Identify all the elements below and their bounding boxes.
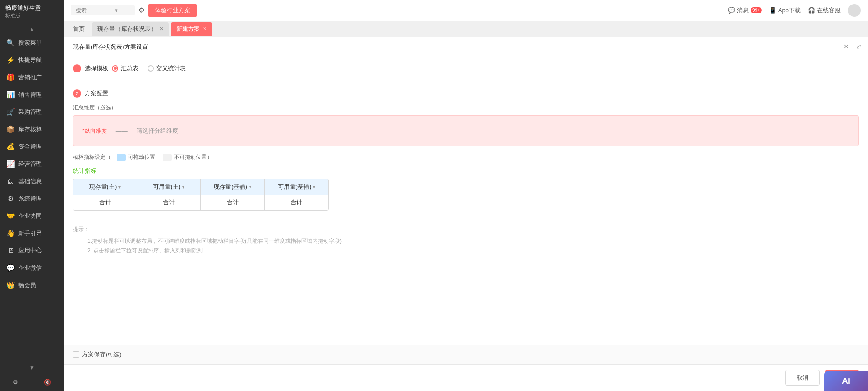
sidebar-label-10: 企业协同 [18,212,42,220]
tip-label: 提示： [73,225,859,235]
sidebar-label-9: 系统管理 [18,195,42,203]
sidebar-label-13: 企业微信 [18,264,42,272]
search-input[interactable] [76,7,112,14]
sidebar-icon-14: 👑 [6,281,15,289]
sidebar-label-1: 快捷导航 [18,56,42,64]
user-avatar[interactable] [848,4,861,17]
stats-body-col-1: 合计 [137,195,201,210]
message-button[interactable]: 💬 消息 99+ [728,6,762,15]
sidebar-item-8[interactable]: 🗂 基础信息 [0,173,64,190]
tab-new-plan-close[interactable]: ✕ [203,26,207,32]
online-service-button[interactable]: 🎧 在线客服 [808,6,841,15]
sidebar-item-0[interactable]: 🔍 搜索菜单 [0,34,64,51]
sidebar-scroll-down[interactable]: ▼ [0,363,64,373]
dimension-box[interactable]: *纵向维度 —— 请选择分组维度 [73,115,859,146]
tab-inventory-close[interactable]: ✕ [159,26,163,32]
sidebar-icon-9: ⚙ [6,195,15,203]
indicator-legend: 可拖动位置 不可拖动位置） [117,154,212,161]
sidebar-icon-12: 🖥 [6,247,15,255]
section2-number: 2 [73,89,81,98]
sidebar-item-6[interactable]: 💰 资金管理 [0,138,64,155]
sidebar-item-10[interactable]: 🤝 企业协同 [0,207,64,225]
indicator-label-text: 模板指标设定（ [73,154,111,161]
sidebar-item-2[interactable]: 🎁 营销推广 [0,69,64,86]
tab-inventory[interactable]: 现存量（库存状况表） ✕ [92,22,169,36]
dimension-placeholder: 请选择分组维度 [137,127,178,135]
section2-title: 方案配置 [85,89,108,98]
dimension-divider: —— [116,128,128,134]
col-label-3: 可用量(基辅) [278,183,311,191]
sidebar-icon-7: 📈 [6,160,15,168]
sidebar-item-9[interactable]: ⚙ 系统管理 [0,190,64,207]
sidebar-scroll-up[interactable]: ▲ [0,24,64,34]
col-label-1: 可用量(主) [153,183,181,191]
sidebar-label-4: 采购管理 [18,108,42,116]
ai-float-button[interactable]: Ai [824,371,868,391]
message-icon: 💬 [728,7,735,14]
sidebar-icon-1: ⚡ [6,56,15,64]
stats-table: 现存量(主) ▾ 可用量(主) ▾ 现存量(基辅) ▾ 可用量(基辅) ▾ 合计… [73,179,329,211]
sidebar-label-0: 搜索菜单 [18,39,42,47]
stats-header-col-0[interactable]: 现存量(主) ▾ [73,179,137,195]
col-dropdown-icon-1[interactable]: ▾ [182,185,184,190]
stats-header-col-2[interactable]: 现存量(基辅) ▾ [201,179,265,195]
radio-cross-circle [148,65,154,72]
save-checkbox[interactable] [73,351,79,358]
col-dropdown-icon-2[interactable]: ▾ [249,185,251,190]
radio-cross[interactable]: 交叉统计表 [148,64,186,72]
sidebar-label-14: 畅会员 [18,281,36,289]
section1-number: 1 [73,64,81,72]
tab-home[interactable]: 首页 [67,22,90,36]
cancel-button[interactable]: 取消 [785,370,820,386]
sidebar-label-2: 营销推广 [18,73,42,82]
draggable-label: 可拖动位置 [128,154,155,161]
expand-panel-button[interactable]: ⤢ [853,41,864,52]
stats-header-col-3[interactable]: 可用量(基辅) ▾ [265,179,328,195]
sidebar-label-5: 库存核算 [18,125,42,134]
indicator-settings: 模板指标设定（ 可拖动位置 不可拖动位置） [73,154,859,212]
sidebar-item-14[interactable]: 👑 畅会员 [0,277,64,294]
tabbar: 首页 现存量（库存状况表） ✕ 新建方案 ✕ [64,21,868,37]
non-draggable-label: 不可拖动位置） [174,154,212,161]
col-dropdown-icon-3[interactable]: ▾ [313,185,315,190]
sidebar-item-4[interactable]: 🛒 采购管理 [0,103,64,121]
sidebar-icon-2: 🎁 [6,73,15,82]
gear-icon[interactable]: ⚙ [138,6,145,15]
radio-summary[interactable]: 汇总表 [112,64,138,72]
app-download-button[interactable]: 📱 App下载 [769,6,801,15]
tips-section: 提示： 1.拖动标题栏可以调整布局，不可跨维度或指标区域拖动栏目字段(只能在同一… [73,219,859,262]
settings-button[interactable]: ⚙ [9,377,22,387]
save-option[interactable]: 方案保存(可选) [73,350,859,359]
topbar-left: ▾ ⚙ 体验行业方案 [71,4,723,17]
stats-header-col-1[interactable]: 可用量(主) ▾ [137,179,201,195]
mute-button[interactable]: 🔇 [40,377,55,387]
ai-label: Ai [842,376,850,386]
trial-button[interactable]: 体验行业方案 [148,4,197,17]
sidebar-icon-0: 🔍 [6,39,15,47]
download-icon: 📱 [769,7,776,14]
close-panel-button[interactable]: ✕ [841,41,852,52]
sidebar-item-3[interactable]: 📊 销售管理 [0,86,64,103]
stats-table-body: 合计合计合计合计 [73,195,328,210]
tab-new-plan[interactable]: 新建方案 ✕ [171,22,212,36]
panel-controls: ✕ ⤢ [841,41,864,52]
search-dropdown-icon[interactable]: ▾ [115,7,118,14]
tip-1: 1.拖动标题栏可以调整布局，不可跨维度或指标区域拖动栏目字段(只能在同一维度或指… [73,237,859,247]
radio-summary-label: 汇总表 [121,64,138,72]
sidebar-item-11[interactable]: 👋 新手引导 [0,225,64,242]
sidebar-icon-5: 📦 [6,125,15,134]
sidebar-item-12[interactable]: 🖥 应用中心 [0,242,64,259]
draggable-legend-box [117,154,126,161]
save-label: 方案保存(可选) [82,350,122,359]
stats-body-col-3: 合计 [265,195,328,210]
col-dropdown-icon-0[interactable]: ▾ [118,185,121,190]
sidebar-item-13[interactable]: 💬 企业微信 [0,259,64,277]
sidebar-item-7[interactable]: 📈 经营管理 [0,155,64,173]
template-radio-group: 汇总表 交叉统计表 [112,64,186,72]
message-badge: 99+ [751,7,762,13]
search-area[interactable]: ▾ [71,5,135,15]
sidebar-icon-3: 📊 [6,91,15,99]
sidebar-item-1[interactable]: ⚡ 快捷导航 [0,51,64,69]
topbar: ▾ ⚙ 体验行业方案 💬 消息 99+ 📱 App下载 🎧 在线客服 [64,0,868,21]
sidebar-item-5[interactable]: 📦 库存核算 [0,121,64,138]
